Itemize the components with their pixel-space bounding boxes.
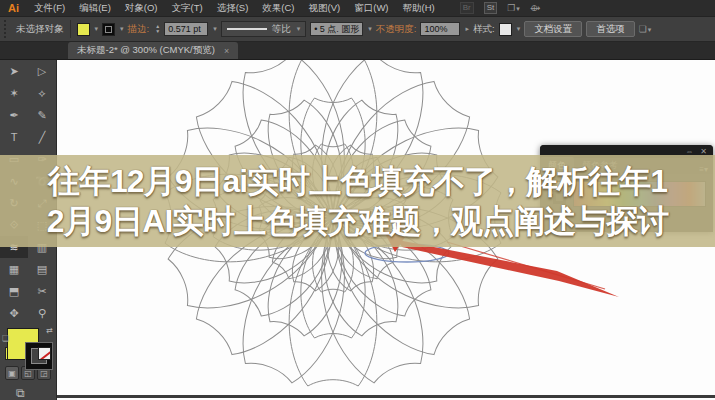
artboard-bottom-edge [57, 395, 715, 398]
selection-tool-icon[interactable]: ➤ [0, 60, 28, 82]
menu-file[interactable]: 文件(F) [27, 2, 72, 15]
workspace-switcher-icon[interactable]: ❐▾ [507, 3, 520, 13]
stroke-weight-field[interactable]: 0.571 pt [164, 22, 208, 36]
menu-object[interactable]: 对象(O) [118, 2, 165, 15]
control-bar: 未选择对象 ▾ ▾ 描边: ▲▼ 0.571 pt▾ 等比 ▾ • 5 点. 圆… [0, 16, 715, 42]
arrange-documents-icon[interactable]: ❏▾ [639, 24, 652, 34]
pen-tool-icon[interactable]: ✒ [0, 104, 28, 126]
profile-label: 等比 [272, 23, 291, 36]
fill-color-swatch[interactable] [77, 23, 90, 36]
default-fill-stroke-icon[interactable]: ❏ [2, 334, 9, 343]
stroke-color-swatch[interactable] [102, 23, 115, 36]
slice-tool-icon[interactable]: ✂ [28, 280, 56, 302]
menu-window[interactable]: 窗口(W) [347, 2, 395, 15]
menu-effect[interactable]: 效果(C) [255, 2, 301, 15]
fill-stroke-indicator: ⇄ ❏ [0, 326, 56, 343]
menu-edit[interactable]: 编辑(E) [72, 2, 118, 15]
zoom-tool-icon[interactable]: ⚲ [28, 302, 56, 324]
lasso-tool-icon[interactable]: ⟡ [28, 82, 56, 104]
caption-line-1: 往年12月9日ai实时上色填充不了，解析往年1 [0, 161, 715, 201]
illustrator-window: Ai 文件(F) 编辑(E) 对象(O) 文字(T) 选择(S) 效果(C) 视… [0, 0, 715, 400]
hand-tool-icon[interactable]: ✥ [0, 302, 28, 324]
swap-fill-stroke-icon[interactable]: ⇄ [46, 326, 53, 335]
preferences-button[interactable]: 首选项 [586, 21, 635, 37]
brush-definition-field[interactable]: • 5 点. 圆形 [310, 22, 363, 36]
share-icon[interactable]: ⟴ [530, 3, 540, 13]
direct-selection-tool-icon[interactable]: ▷ [28, 60, 56, 82]
document-tab-bar: 未标题-2* @ 300% (CMYK/预览) × [0, 42, 715, 60]
curvature-tool-icon[interactable]: ✎ [28, 104, 56, 126]
caption-line-2: 2月9日AI实时上色填充难题，观点阐述与探讨 [0, 201, 715, 241]
tab-close-icon[interactable]: × [224, 46, 229, 56]
menu-help[interactable]: 帮助(H) [396, 2, 442, 15]
opacity-label[interactable]: 不透明度: [376, 23, 417, 36]
profile-line-icon [227, 28, 267, 30]
document-setup-button[interactable]: 文档设置 [524, 21, 582, 37]
opacity-dropdown-icon[interactable]: ▸ [465, 25, 469, 33]
opacity-field[interactable]: 100% [420, 22, 460, 36]
screen-mode-icon[interactable]: ⧉ [0, 384, 56, 400]
artboard-tool-icon[interactable]: ⬒ [0, 280, 28, 302]
style-dropdown-icon[interactable]: ▾ [517, 25, 521, 33]
magic-wand-tool-icon[interactable]: ✶ [0, 82, 28, 104]
document-tab[interactable]: 未标题-2* @ 300% (CMYK/预览) × [68, 42, 238, 59]
menu-bar: Ai 文件(F) 编辑(E) 对象(O) 文字(T) 选择(S) 效果(C) 视… [0, 0, 715, 16]
profile-dropdown-icon: ▾ [297, 25, 301, 33]
menu-select[interactable]: 选择(S) [210, 2, 256, 15]
stroke-dropdown-icon[interactable]: ▾ [120, 25, 124, 33]
panel-grip[interactable] [4, 20, 9, 38]
bridge-icon[interactable]: Br [460, 2, 474, 14]
style-swatch[interactable] [499, 23, 512, 36]
mesh-tool-icon[interactable]: ▤ [28, 258, 56, 280]
style-label: 样式: [473, 23, 495, 36]
stroke-weight-dropdown-icon[interactable]: ▾ [213, 25, 217, 33]
brush-dropdown-icon[interactable]: ▾ [368, 25, 372, 33]
red-thin-line [447, 242, 605, 289]
no-selection-label: 未选择对象 [16, 23, 64, 36]
app-logo: Ai [4, 2, 27, 14]
width-profile-select[interactable]: 等比 ▾ [221, 21, 307, 37]
menu-view[interactable]: 视图(V) [302, 2, 348, 15]
caption-overlay: 往年12月9日ai实时上色填充不了，解析往年1 2月9日AI实时上色填充难题，观… [0, 155, 715, 247]
menu-type[interactable]: 文字(T) [165, 2, 210, 15]
menubar-icons: Br St ❐▾ ⟴ [460, 2, 541, 14]
gradient-tool-icon[interactable]: ▦ [0, 258, 28, 280]
stroke-weight-stepper[interactable]: ▲▼ [155, 24, 160, 34]
none-button[interactable] [38, 347, 51, 360]
draw-normal-icon[interactable]: ▣ [5, 366, 19, 380]
stock-icon[interactable]: St [484, 2, 498, 14]
document-tab-title: 未标题-2* @ 300% (CMYK/预览) [77, 44, 215, 57]
line-segment-tool-icon[interactable]: ╱ [28, 126, 56, 148]
stroke-weight-label[interactable]: 描边: [128, 23, 150, 36]
fill-dropdown-icon[interactable]: ▾ [95, 25, 99, 33]
type-tool-icon[interactable]: T [0, 126, 28, 148]
